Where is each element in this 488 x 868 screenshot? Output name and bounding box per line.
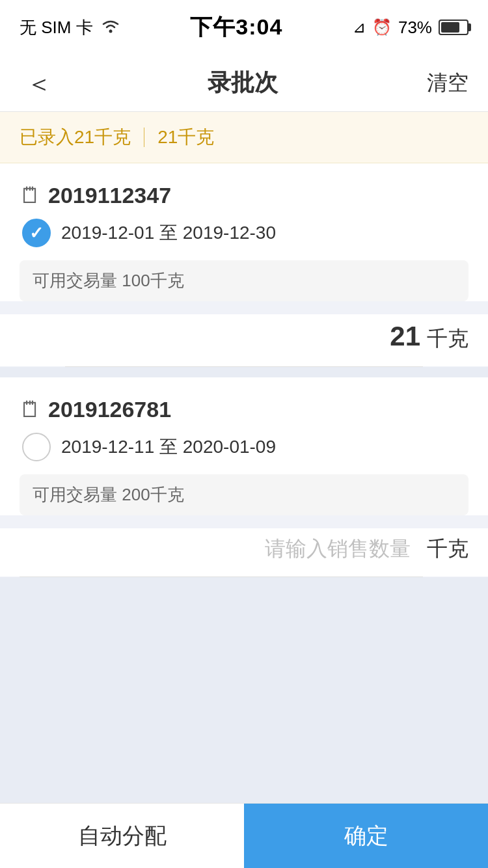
batch2-unit: 千克 [427,535,468,563]
wifi-icon [101,18,120,38]
svg-point-0 [109,29,112,33]
batch1-id: 2019112347 [48,183,171,208]
batch1-avail: 可用交易量 100千克 [20,260,468,301]
batch1-header: 🗒 2019112347 [20,183,468,208]
bottom-bar: 自动分配 确定 [0,803,488,868]
total-amount: 21千克 [157,125,214,150]
status-bar: 无 SIM 卡 下午3:04 ⊿ ⏰ 73% [0,0,488,55]
auto-distribute-button[interactable]: 自动分配 [0,804,244,868]
batch1-radio[interactable]: ✓ [22,219,51,247]
clear-button[interactable]: 清空 [427,69,468,98]
recorded-amount: 已录入21千克 [20,125,131,150]
batch1-amount-unit: 千克 [427,325,468,353]
location-icon: ⊿ [353,18,366,36]
no-sim-text: 无 SIM 卡 [20,16,93,39]
batch1-date: 2019-12-01 至 2019-12-30 [61,221,276,245]
status-right: ⊿ ⏰ 73% [353,18,468,38]
batch2-header: 🗒 2019126781 [20,397,468,422]
check-icon: ✓ [29,223,44,243]
confirm-button[interactable]: 确定 [244,804,488,868]
status-left: 无 SIM 卡 [20,16,120,39]
battery-icon [439,20,468,35]
batch-item-2: 🗒 2019126781 2019-12-11 至 2020-01-09 可用交… [0,377,488,515]
batch2-radio[interactable] [22,433,51,461]
batch-item-1: 🗒 2019112347 ✓ 2019-12-01 至 2019-12-30 可… [0,163,488,301]
nav-bar: ＜ 录批次 清空 [0,55,488,112]
batch1-date-row[interactable]: ✓ 2019-12-01 至 2019-12-30 [20,219,468,247]
batch2-input-row[interactable]: 千克 [0,528,488,576]
batch1-amount-value: 21 [390,321,420,352]
banner-divider [144,128,144,147]
time-display: 下午3:04 [190,12,282,42]
batch2-date-row[interactable]: 2019-12-11 至 2020-01-09 [20,433,468,461]
batch2-date: 2019-12-11 至 2020-01-09 [61,435,276,459]
section-divider [0,367,488,377]
page-title: 录批次 [208,67,278,99]
batch2-avail: 可用交易量 200千克 [20,474,468,515]
batch2-doc-icon: 🗒 [20,397,42,422]
batch1-amount-row: 21 千克 [0,314,488,366]
batch2-id: 2019126781 [48,397,171,422]
info-banner: 已录入21千克 21千克 [0,112,488,163]
batch1-doc-icon: 🗒 [20,183,42,208]
alarm-icon: ⏰ [372,18,392,36]
battery-percent: 73% [398,18,432,38]
qty-input[interactable] [159,537,420,561]
back-button[interactable]: ＜ [20,64,59,103]
